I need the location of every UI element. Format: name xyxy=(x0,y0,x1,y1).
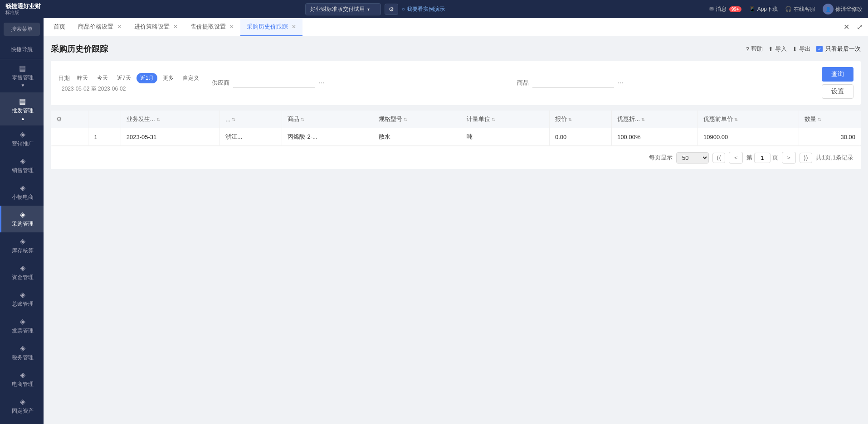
chevron-icon-retail: ▼ xyxy=(21,83,25,88)
sidebar-item-marketing[interactable]: ◈营销推广 xyxy=(0,125,44,152)
sidebar-item-label-purchase: 采购管理 xyxy=(12,220,34,228)
tab-home[interactable]: 首页 xyxy=(47,18,72,36)
sidebar-item-salary[interactable]: ◈工资 xyxy=(0,419,44,424)
close-tab-button[interactable]: ✕ xyxy=(842,21,851,33)
cell-biz-date-0: 2023-05-31 xyxy=(121,128,220,146)
user-name: 徐泽华修改 xyxy=(835,5,863,13)
export-button[interactable]: ⬇ 导出 xyxy=(792,45,811,53)
th-unit-label: 计量单位 xyxy=(467,115,490,123)
sort-pre-discount-price-icon[interactable]: ⇅ xyxy=(734,117,738,122)
column-gear-icon[interactable]: ⚙ xyxy=(56,116,62,123)
menu-icon-marketing: ◈ xyxy=(20,130,25,139)
sidebar-item-inventory[interactable]: ◈库存核算 xyxy=(0,232,44,259)
sidebar-item-retail[interactable]: ▤零售管理▼ xyxy=(0,59,44,92)
sort-unit-icon[interactable]: ⇅ xyxy=(492,117,495,122)
last-page-button[interactable]: ⟩⟩ xyxy=(800,153,812,163)
goods-more-icon[interactable]: ··· xyxy=(618,79,624,87)
date-option-今天[interactable]: 今天 xyxy=(93,73,112,83)
sort-biz-date-icon[interactable]: ⇅ xyxy=(156,117,160,122)
th-quantity: 数量 ⇅ xyxy=(799,111,861,128)
sort-goods-icon[interactable]: ⇅ xyxy=(301,117,304,122)
sidebar-item-tax[interactable]: ◈税务管理 xyxy=(0,339,44,366)
only-last-checkbox[interactable]: ✓ xyxy=(816,46,823,52)
sidebar-item-label-ecom-small: 小畅电商 xyxy=(12,193,34,201)
only-last-checkbox-label[interactable]: ✓ 只看最后一次 xyxy=(816,45,861,53)
table-header: ⚙ 业务发生... ⇅ ... ⇅ xyxy=(51,111,861,128)
page-size-select[interactable]: 50 100 200 xyxy=(676,152,709,164)
avatar-icon: 👤 xyxy=(825,7,831,12)
sort-discount-icon[interactable]: ⇅ xyxy=(641,117,645,122)
query-button[interactable]: 查询 xyxy=(822,67,853,82)
sidebar-item-sales[interactable]: ◈销售管理 xyxy=(0,152,44,179)
date-option-近1月[interactable]: 近1月 xyxy=(137,73,158,83)
page-current-wrap: 第 页 xyxy=(746,153,778,163)
tab-label-home: 首页 xyxy=(54,23,65,31)
avatar: 👤 xyxy=(823,4,834,14)
next-page-button[interactable]: ＞ xyxy=(782,152,796,164)
tab-sale-price[interactable]: 售价提取设置✕ xyxy=(184,18,240,36)
th-quantity-label: 数量 xyxy=(805,115,816,123)
sidebar-item-invoice[interactable]: ◈发票管理 xyxy=(0,313,44,339)
menu-icon-finance: ◈ xyxy=(20,264,25,272)
messages-button[interactable]: ✉ 消息 99+ xyxy=(709,5,741,13)
date-option-近7天[interactable]: 近7天 xyxy=(113,73,135,83)
sidebar-item-wholesale[interactable]: ▤批发管理▲ xyxy=(0,92,44,125)
date-option-自定义[interactable]: 自定义 xyxy=(179,73,203,83)
supplier-filter-group: 供应商 ··· xyxy=(212,78,507,88)
supplier-input[interactable] xyxy=(233,78,315,88)
sidebar-item-quick-nav[interactable]: 快捷导航 xyxy=(0,42,44,57)
date-option-昨天[interactable]: 昨天 xyxy=(73,73,92,83)
sort-spec-icon[interactable]: ⇅ xyxy=(404,117,407,122)
th-unit: 计量单位 ⇅ xyxy=(461,111,550,128)
edition-dropdown[interactable]: 好业财标准版交付试用 ▾ xyxy=(305,3,381,15)
th-biz-date-sort: 业务发生... ⇅ xyxy=(127,115,215,123)
messages-label: 消息 xyxy=(716,5,727,13)
sort-price-icon[interactable]: ⇅ xyxy=(568,117,572,122)
tab-close-sale-price[interactable]: ✕ xyxy=(229,24,234,30)
menu-icon-ecom: ◈ xyxy=(20,371,25,379)
sidebar-item-ledger[interactable]: ◈总账管理 xyxy=(0,286,44,313)
th-quantity-sort: 数量 ⇅ xyxy=(805,115,855,123)
tab-history-price[interactable]: 采购历史价跟踪✕ xyxy=(240,18,302,36)
headset-icon: 🎧 xyxy=(785,6,792,12)
sidebar-item-label-fixed-assets: 固定资产 xyxy=(12,407,34,415)
user-info[interactable]: 👤 徐泽华修改 xyxy=(823,4,863,14)
import-button[interactable]: ⬆ 导入 xyxy=(768,45,787,53)
filter-row: 日期 昨天今天近7天近1月更多自定义 2023-05-02 至 2023-06-… xyxy=(58,67,853,99)
goods-input[interactable] xyxy=(532,78,614,88)
page-number-input[interactable] xyxy=(754,153,770,163)
sidebar-item-finance[interactable]: ◈资金管理 xyxy=(0,259,44,286)
data-table: ⚙ 业务发生... ⇅ ... ⇅ xyxy=(51,111,861,146)
tab-label-strategy: 进价策略设置 xyxy=(134,23,170,31)
help-button[interactable]: ? 帮助 xyxy=(746,45,763,53)
table-row[interactable]: 1 2023-05-31 浙江... 丙烯酸-2-... 散水 吨 0.00 1… xyxy=(51,128,861,146)
demo-link[interactable]: ○ 我要看实例演示 xyxy=(402,5,445,13)
sidebar-item-ecom-small[interactable]: ◈小畅电商 xyxy=(0,179,44,206)
sidebar-item-purchase[interactable]: ◈采购管理 xyxy=(0,206,44,232)
tab-close-price[interactable]: ✕ xyxy=(117,24,122,30)
sort-extra-icon[interactable]: ⇅ xyxy=(232,117,235,122)
tab-strategy[interactable]: 进价策略设置✕ xyxy=(128,18,184,36)
expand-tab-button[interactable]: ⤢ xyxy=(855,21,864,33)
sort-quantity-icon[interactable]: ⇅ xyxy=(818,117,821,122)
tab-price[interactable]: 商品价格设置✕ xyxy=(72,18,128,36)
date-option-更多[interactable]: 更多 xyxy=(159,73,177,83)
sidebar-item-label-sales: 销售管理 xyxy=(12,167,34,174)
first-page-button[interactable]: ⟨⟨ xyxy=(712,153,725,163)
online-service-button[interactable]: 🎧 在线客服 xyxy=(785,5,815,13)
sidebar-item-fixed-assets[interactable]: ◈固定资产 xyxy=(0,393,44,419)
tab-close-history-price[interactable]: ✕ xyxy=(292,24,296,30)
sidebar-item-label-invoice: 发票管理 xyxy=(12,327,34,335)
export-label: 导出 xyxy=(799,45,811,53)
sidebar-item-label-ledger: 总账管理 xyxy=(12,300,34,308)
sidebar-item-ecom[interactable]: ◈电商管理 xyxy=(0,366,44,393)
chevron-down-icon: ▾ xyxy=(367,7,370,12)
tab-close-strategy[interactable]: ✕ xyxy=(173,24,178,30)
online-service-label: 在线客服 xyxy=(794,5,815,13)
prev-page-button[interactable]: ＜ xyxy=(729,152,743,164)
search-menu-button[interactable]: 搜索菜单 xyxy=(4,23,40,36)
supplier-more-icon[interactable]: ··· xyxy=(318,79,324,87)
settings-icon[interactable]: ⚙ xyxy=(385,4,398,15)
setting-button[interactable]: 设置 xyxy=(822,84,853,99)
app-download-button[interactable]: 📱 App下载 xyxy=(749,5,778,13)
